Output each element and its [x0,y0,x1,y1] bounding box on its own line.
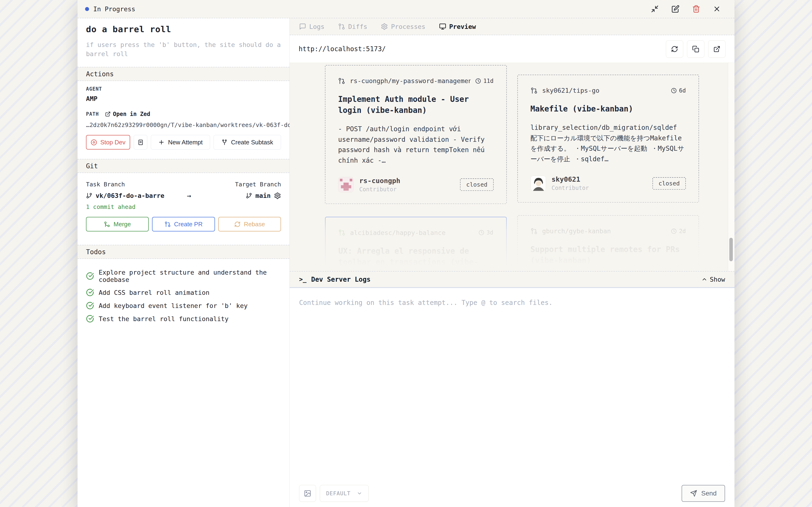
tab-logs[interactable]: Logs [299,23,324,30]
gear-icon [381,23,388,30]
tab-diffs[interactable]: Diffs [338,23,367,30]
path-label: PATH [86,111,99,117]
check-circle-icon [86,272,94,280]
chat-composer: DEFAULT Send [290,288,734,507]
pull-request-icon [164,221,171,227]
todo-item: Test the barrel roll functionality [86,315,281,323]
card-description: - POST /auth/login endpoint với username… [338,124,494,166]
scrollbar-thumb[interactable] [729,238,733,261]
terminal-icon: >_ [299,276,306,283]
tab-bar: Logs Diffs Processes Preview [290,18,734,35]
show-logs-toggle[interactable]: Show [701,276,725,283]
preview-panel: Logs Diffs Processes Preview http://loca… [290,18,734,507]
card-title: UX: Arregla el responsive de toolbar en … [338,246,493,271]
delete-button[interactable] [692,4,701,13]
status-badge: In Progress [85,5,135,13]
card-repo: sky0621/tips-go [542,87,600,94]
check-circle-icon [86,315,94,323]
edit-button[interactable] [671,4,680,13]
new-attempt-button[interactable]: New Attempt [151,135,210,150]
pr-card[interactable]: sky0621/tips-go 6d Makefile (vibe-kanban… [517,75,699,203]
card-repo: rs-cuongph/my-password-management [350,77,471,84]
image-icon [304,490,311,497]
branch-settings-button[interactable] [274,192,281,199]
task-description: if users press the 'b' button, the site … [86,40,281,58]
tab-processes[interactable]: Processes [381,23,425,30]
pr-card[interactable]: rs-cuongph/my-password-management 11d Im… [325,65,507,204]
merge-button[interactable]: Merge [86,217,149,231]
copy-icon [692,46,699,53]
chevron-down-icon [357,491,362,496]
clock-icon [671,228,677,234]
clock-icon [478,230,484,235]
stop-dev-button[interactable]: Stop Dev [86,135,130,150]
status-label: In Progress [93,5,135,13]
pull-request-icon [530,228,538,235]
pull-request-icon [530,87,538,94]
preview-viewport: rs-cuongph/my-password-management 11d Im… [290,63,734,271]
create-subtask-button[interactable]: Create Subtask [214,135,281,150]
open-external-button[interactable] [708,40,725,58]
rebase-button[interactable]: Rebase [218,217,281,231]
pr-card[interactable]: gburch/gybe-kanban 2d Support multiple r… [517,215,699,271]
git-branch-icon [246,192,252,199]
agent-value: AMP [86,95,281,102]
todos-section-header: Todos [78,245,290,259]
card-title: Support multiple remotes for PRs (vibe-k… [530,244,686,266]
collapse-button[interactable] [650,4,659,13]
check-circle-icon [86,288,94,296]
variant-select[interactable]: DEFAULT [320,485,369,502]
send-button[interactable]: Send [681,485,725,502]
clock-icon [475,78,481,84]
card-description: library_selection/db_migration/sqldef 配下… [530,122,686,165]
worktree-path: …2dz0k7n62z93299r0000gn/T/vibe-kanban/wo… [86,122,281,128]
copy-url-button[interactable] [687,40,704,58]
contributor-role: Contributor [552,185,589,191]
modal-header: In Progress [78,0,734,18]
contributor-name: sky0621 [552,175,589,183]
card-age: 6d [671,87,686,94]
scroll-text-icon [138,139,144,146]
card-age: 3d [478,229,493,236]
avatar [530,176,546,191]
dev-logs-button[interactable] [134,135,147,150]
task-sidebar: do a barrel roll if users press the 'b' … [78,18,290,507]
gear-icon [274,192,281,199]
task-modal: In Progress do a barrel roll if users pr… [78,0,734,507]
tab-preview[interactable]: Preview [439,23,476,30]
card-repo: alcibiadesc/happy-balance [350,229,446,236]
refresh-button[interactable] [666,40,683,58]
scrollbar-track[interactable] [728,63,734,271]
refresh-icon [671,46,678,53]
external-link-icon [713,46,720,53]
card-age: 2d [671,228,686,234]
pr-card-selected[interactable]: alcibiadesc/happy-balance 3d UX: Arregla… [325,217,507,271]
pull-request-icon [338,229,345,236]
pull-request-icon [338,23,345,30]
url-bar: http://localhost:5173/ [290,35,734,63]
status-dot-icon [85,7,89,11]
create-pr-button[interactable]: Create PR [152,217,215,231]
close-button[interactable] [712,4,721,13]
message-square-icon [299,23,306,30]
contributor-role: Contributor [359,186,400,193]
pr-state-badge: closed [460,178,493,191]
dev-server-logs-bar[interactable]: >_ Dev Server Logs Show [290,271,734,287]
task-branch: vk/063f-do-a-barre [86,192,164,199]
attach-image-button[interactable] [299,485,316,502]
target-branch-label: Target Branch [235,181,281,188]
page-title: do a barrel roll [86,24,281,34]
git-section-header: Git [78,159,290,173]
task-branch-label: Task Branch [86,181,125,188]
chat-input[interactable] [299,299,725,334]
actions-section-header: Actions [78,67,290,81]
git-branch-icon [86,192,92,199]
pr-state-badge: closed [653,177,686,190]
url-input[interactable]: http://localhost:5173/ [299,45,386,53]
open-in-zed-link[interactable]: Open in Zed [105,111,150,117]
avatar [338,177,354,192]
arrow-right-icon: → [187,191,191,200]
card-title: Implement Auth module - User login (vibe… [338,94,494,116]
check-circle-icon [86,301,94,309]
plus-icon [158,139,165,146]
